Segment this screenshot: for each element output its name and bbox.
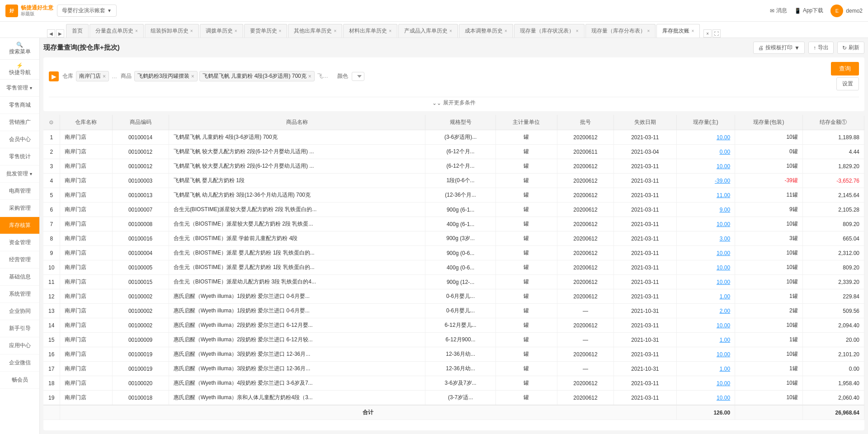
sidebar-item-16[interactable]: 企业微信 bbox=[0, 354, 39, 372]
sidebar-item-8[interactable]: 库存核算 bbox=[0, 217, 39, 234]
sidebar-item-2[interactable]: 营销推广 bbox=[0, 114, 39, 131]
cell-11-8[interactable]: 1.00 bbox=[676, 289, 735, 304]
qty-link[interactable]: 0.00 bbox=[720, 149, 730, 155]
tab-close-11[interactable]: × bbox=[691, 28, 694, 33]
qty-link[interactable]: 11.00 bbox=[717, 192, 730, 198]
tab-item-2[interactable]: 组装拆卸单历史× bbox=[145, 24, 199, 38]
tab-close-1[interactable]: × bbox=[135, 28, 138, 33]
cell-9-8[interactable]: 10.00 bbox=[676, 260, 735, 275]
sidebar-item-15[interactable]: 应用中心 bbox=[0, 337, 39, 354]
qty-link[interactable]: 10.00 bbox=[717, 279, 730, 285]
product-tag-0[interactable]: 飞鹤奶粉3段丙罐摆装× bbox=[134, 71, 198, 81]
sidebar-item-12[interactable]: 系统管理 bbox=[0, 286, 39, 303]
tab-item-5[interactable]: 其他出库单历史× bbox=[288, 24, 342, 38]
tab-item-11[interactable]: 库存批次账× bbox=[656, 24, 700, 38]
cell-3-8[interactable]: -39.00 bbox=[676, 174, 735, 188]
tab-item-4[interactable]: 要货单历史× bbox=[244, 24, 288, 38]
cell-5-8[interactable]: 9.00 bbox=[676, 203, 735, 217]
qty-link[interactable]: 10.00 bbox=[717, 163, 730, 170]
settings-icon[interactable]: ⚙ bbox=[49, 119, 54, 126]
qty-link[interactable]: 10.00 bbox=[717, 264, 730, 271]
tab-close-7[interactable]: × bbox=[449, 28, 452, 33]
qty-link[interactable]: 10.00 bbox=[717, 322, 730, 329]
tab-item-6[interactable]: 材料出库单历史× bbox=[343, 24, 397, 38]
sidebar-item-13[interactable]: 企业协同 bbox=[0, 303, 39, 320]
color-filter-select[interactable] bbox=[352, 72, 364, 81]
warehouse-more[interactable]: … bbox=[112, 73, 117, 80]
tab-close-8[interactable]: × bbox=[505, 28, 507, 33]
template-print-button[interactable]: 🖨 按模板打印 ▼ bbox=[753, 42, 805, 54]
cell-13-8[interactable]: 10.00 bbox=[676, 318, 735, 333]
sidebar-item-0[interactable]: 零售管理▼ bbox=[0, 80, 39, 97]
cell-10-8[interactable]: 10.00 bbox=[676, 275, 735, 289]
qty-link[interactable]: 10.00 bbox=[717, 134, 730, 141]
qty-link[interactable]: 1.00 bbox=[720, 337, 730, 343]
sidebar-item-5[interactable]: 批发管理▼ bbox=[0, 165, 39, 183]
qty-link[interactable]: 9.00 bbox=[720, 207, 730, 213]
qty-link[interactable]: -39.00 bbox=[715, 178, 730, 184]
tab-item-10[interactable]: 现存量（库存分布表）× bbox=[585, 24, 656, 38]
tab-close-4[interactable]: × bbox=[279, 28, 282, 33]
qty-link[interactable]: 3.00 bbox=[720, 236, 730, 242]
qty-link[interactable]: 2.00 bbox=[720, 308, 730, 314]
qty-link[interactable]: 10.00 bbox=[717, 380, 730, 387]
sidebar-item-7[interactable]: 采购管理 bbox=[0, 200, 39, 217]
sidebar-search[interactable]: 🔍 搜索菜单 bbox=[0, 38, 39, 60]
user-area[interactable]: E demo2 bbox=[830, 5, 863, 17]
cell-8-8[interactable]: 10.00 bbox=[676, 246, 735, 260]
tab-close-9[interactable]: × bbox=[576, 28, 579, 33]
tab-item-1[interactable]: 分量盘点单历史× bbox=[90, 24, 144, 38]
product-more[interactable]: 飞… bbox=[317, 72, 328, 80]
sidebar-item-4[interactable]: 零售统计 bbox=[0, 148, 39, 165]
qty-link[interactable]: 10.00 bbox=[717, 221, 730, 227]
tab-close-3[interactable]: × bbox=[235, 28, 237, 33]
sidebar-item-11[interactable]: 基础信息 bbox=[0, 269, 39, 286]
tab-close-5[interactable]: × bbox=[334, 28, 336, 33]
tab-close-6[interactable]: × bbox=[389, 28, 392, 33]
tab-prev-arrow[interactable]: ◀ bbox=[47, 29, 55, 38]
cell-7-8[interactable]: 3.00 bbox=[676, 231, 735, 246]
sidebar-item-10[interactable]: 经营管理 bbox=[0, 251, 39, 269]
sidebar-nav[interactable]: ⚡ 快捷导航 bbox=[0, 60, 39, 80]
product-tag-1[interactable]: 飞鹤星飞帆 儿童奶粉 4段(3-6岁适用) 700克× bbox=[199, 71, 315, 81]
product-tag-close-1[interactable]: × bbox=[308, 73, 311, 80]
tab-maximize[interactable]: ⛶ bbox=[712, 29, 721, 38]
tab-close-10[interactable]: × bbox=[647, 28, 650, 33]
cell-0-8[interactable]: 10.00 bbox=[676, 130, 735, 145]
app-download-btn[interactable]: 📱 App下载 bbox=[794, 7, 823, 14]
warehouse-filter-tag[interactable]: 南岸门店 × bbox=[76, 71, 109, 81]
tab-next-arrow[interactable]: ▶ bbox=[56, 29, 64, 38]
tab-item-8[interactable]: 成本调整单历史× bbox=[459, 24, 513, 38]
cell-1-8[interactable]: 0.00 bbox=[676, 145, 735, 159]
cell-6-8[interactable]: 10.00 bbox=[676, 217, 735, 231]
cell-17-8[interactable]: 10.00 bbox=[676, 376, 735, 391]
cell-12-8[interactable]: 2.00 bbox=[676, 304, 735, 318]
warehouse-tag-close[interactable]: × bbox=[103, 73, 106, 80]
sidebar-item-17[interactable]: 畅会员 bbox=[0, 372, 39, 389]
sidebar-item-3[interactable]: 会员中心 bbox=[0, 131, 39, 148]
sidebar-item-1[interactable]: 零售商城 bbox=[0, 97, 39, 114]
qty-link[interactable]: 10.00 bbox=[717, 395, 730, 401]
sidebar-item-9[interactable]: 资金管理 bbox=[0, 234, 39, 251]
sidebar-item-6[interactable]: 电商管理 bbox=[0, 183, 39, 200]
cell-16-8[interactable]: 1.00 bbox=[676, 362, 735, 376]
expand-more-conditions[interactable]: ⌄⌄ 展开更多条件 bbox=[49, 97, 859, 107]
cell-14-8[interactable]: 1.00 bbox=[676, 333, 735, 347]
warehouse-selector[interactable]: 母婴行业演示账套 ▼ bbox=[57, 5, 117, 17]
refresh-button[interactable]: ↻ 刷新 bbox=[837, 42, 864, 54]
qty-link[interactable]: 10.00 bbox=[717, 250, 730, 256]
query-button[interactable]: 查询 bbox=[831, 62, 859, 75]
tab-item-7[interactable]: 产成品入库单历史× bbox=[398, 24, 458, 38]
qty-link[interactable]: 1.00 bbox=[720, 366, 730, 372]
qty-link[interactable]: 10.00 bbox=[717, 351, 730, 358]
qty-link[interactable]: 1.00 bbox=[720, 293, 730, 300]
tab-close-all[interactable]: × bbox=[703, 29, 712, 38]
export-button[interactable]: ↑ 导出 bbox=[808, 42, 834, 54]
tab-item-0[interactable]: 首页 bbox=[66, 24, 89, 38]
tab-item-3[interactable]: 调拨单历史× bbox=[200, 24, 243, 38]
cell-15-8[interactable]: 10.00 bbox=[676, 347, 735, 362]
message-btn[interactable]: ✉ 消息 bbox=[770, 7, 787, 14]
sidebar-item-14[interactable]: 新手引导 bbox=[0, 320, 39, 337]
settings-button[interactable]: 设置 bbox=[836, 77, 859, 90]
filter-expand-btn[interactable]: ▶ bbox=[49, 71, 59, 81]
